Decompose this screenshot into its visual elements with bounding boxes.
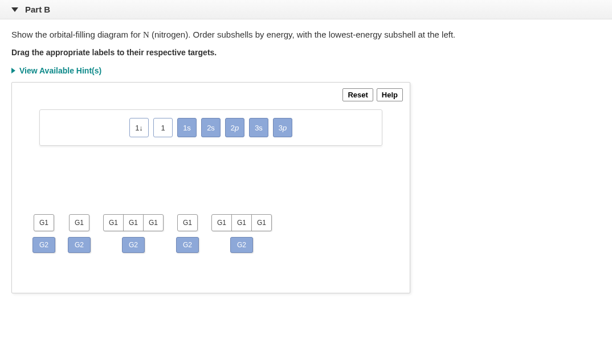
- orbital-target[interactable]: G1: [69, 214, 89, 231]
- drag-instruction: Drag the appropriate labels to their res…: [11, 48, 601, 57]
- target-column-4: G1G1G1G2: [211, 214, 272, 253]
- orbital-group: G1: [34, 214, 54, 231]
- orbital-target[interactable]: G1: [251, 214, 272, 231]
- activity-panel: Reset Help 1↓11s2s2p3s3p G1G2G1G2G1G1G1G…: [11, 82, 410, 293]
- question-suffix: (nitrogen). Order subshells by energy, w…: [149, 30, 456, 39]
- orbital-group: G1: [69, 214, 89, 231]
- orbital-target[interactable]: G1: [103, 214, 124, 231]
- orbital-target[interactable]: G1: [177, 214, 198, 231]
- content-area: Show the orbital-filling diagram for N (…: [0, 19, 612, 302]
- question-prefix: Show the orbital-filling diagram for: [11, 30, 143, 39]
- question-text: Show the orbital-filling diagram for N (…: [11, 28, 601, 41]
- target-columns: G1G2G1G2G1G1G1G2G1G2G1G1G1G2: [32, 214, 389, 253]
- target-column-2: G1G1G1G2: [103, 214, 164, 253]
- subshell-target[interactable]: G2: [32, 237, 55, 253]
- orbital-target[interactable]: G1: [211, 214, 232, 231]
- orbital-target[interactable]: G1: [123, 214, 144, 231]
- orbital-target[interactable]: G1: [34, 214, 54, 231]
- orbital-group: G1G1G1: [211, 214, 272, 231]
- drag-label-0[interactable]: 1↓: [129, 118, 149, 137]
- target-column-3: G1G2: [176, 214, 199, 253]
- view-hints-link[interactable]: View Available Hint(s): [11, 66, 601, 75]
- collapse-down-icon: [11, 7, 18, 12]
- orbital-group: G1: [177, 214, 198, 231]
- drag-label-4[interactable]: 2p: [225, 118, 244, 137]
- orbital-target[interactable]: G1: [231, 214, 252, 231]
- drag-label-1[interactable]: 1: [153, 118, 173, 137]
- hints-link-label: View Available Hint(s): [19, 66, 101, 75]
- panel-toolbar: Reset Help: [12, 83, 410, 101]
- orbital-target[interactable]: G1: [143, 214, 164, 231]
- target-column-0: G1G2: [32, 214, 55, 253]
- help-button[interactable]: Help: [377, 88, 403, 101]
- drag-label-3[interactable]: 2s: [201, 118, 221, 137]
- orbital-group: G1G1G1: [103, 214, 164, 231]
- target-column-1: G1G2: [68, 214, 91, 253]
- labels-tray: 1↓11s2s2p3s3p: [39, 109, 382, 146]
- question-variable: N: [143, 30, 149, 39]
- chevron-right-icon: [11, 68, 15, 73]
- drag-label-6[interactable]: 3p: [273, 118, 292, 137]
- part-title: Part B: [25, 5, 50, 14]
- drag-label-2[interactable]: 1s: [177, 118, 197, 137]
- drag-label-5[interactable]: 3s: [249, 118, 268, 137]
- target-area: G1G2G1G2G1G1G1G2G1G2G1G1G1G2: [12, 146, 410, 293]
- subshell-target[interactable]: G2: [176, 237, 199, 253]
- subshell-target[interactable]: G2: [230, 237, 253, 253]
- subshell-target[interactable]: G2: [122, 237, 145, 253]
- subshell-target[interactable]: G2: [68, 237, 91, 253]
- reset-button[interactable]: Reset: [342, 88, 373, 101]
- part-header[interactable]: Part B: [0, 0, 612, 19]
